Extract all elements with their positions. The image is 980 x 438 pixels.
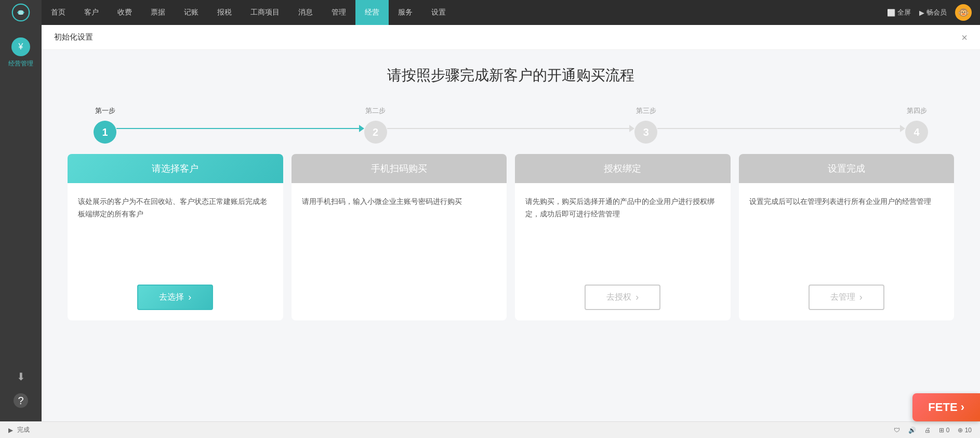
page-title: 初始化设置	[54, 32, 93, 42]
card3-body: 请先购买，购买后选择开通的产品中的企业用户进行授权绑定，成功后即可进行经营管理	[515, 183, 731, 274]
step2-label: 第二步	[365, 106, 386, 115]
sidebar-item-label: 经营管理	[8, 59, 33, 68]
done-label: 完成	[17, 426, 30, 434]
step2-circle: 2	[364, 121, 387, 144]
card2-header: 手机扫码购买	[292, 154, 507, 183]
print-icon[interactable]: 🖨	[924, 427, 931, 434]
nav-right: ⬜ 全屏 ▶ 畅会员 🐵	[887, 4, 980, 21]
card1-body-text: 该处展示的客户为不在回收站、客户状态正常建账后完成老板端绑定的所有客户	[78, 197, 267, 218]
yuan-icon: ¥	[11, 37, 30, 56]
play-icon[interactable]: ▶	[8, 427, 13, 434]
step-card-1: 请选择客户 该处展示的客户为不在回收站、客户状态正常建账后完成老板端绑定的所有客…	[68, 154, 283, 320]
connector-arrow-1	[359, 125, 364, 132]
card4-header: 设置完成	[739, 154, 955, 183]
connector-2	[387, 125, 635, 132]
zoom-icon: ⊕ 10	[958, 427, 972, 434]
nav-item-message[interactable]: 消息	[289, 0, 322, 25]
step-card-2: 手机扫码购买 请用手机扫码，输入小微企业主账号密码进行购买	[292, 154, 507, 320]
status-bar: ▶ 完成 🛡 🔊 🖨 ⊞ 0 ⊕ 10	[0, 421, 980, 438]
step4-label: 第四步	[907, 106, 927, 115]
content-area: 初始化设置 × 请按照步骤完成新客户的开通购买流程 第一步 1	[42, 25, 980, 421]
card1-body: 该处展示的客户为不在回收站、客户状态正常建账后完成老板端绑定的所有客户	[68, 183, 283, 274]
step-card-3: 授权绑定 请先购买，购买后选择开通的产品中的企业用户进行授权绑定，成功后即可进行…	[515, 154, 731, 320]
card3-title: 授权绑定	[604, 162, 641, 175]
card1-footer: 去选择 ›	[68, 274, 283, 320]
connector-line-2	[387, 128, 630, 129]
nav-item-business[interactable]: 工商项目	[241, 0, 289, 25]
nav-item-service[interactable]: 服务	[389, 0, 422, 25]
step-indicator-3: 第三步 3	[634, 106, 657, 144]
step1-label: 第一步	[95, 106, 115, 115]
go-select-label: 去选择	[159, 292, 184, 303]
go-manage-label: 去管理	[830, 292, 855, 303]
connector-arrow-3	[900, 125, 905, 132]
main-content-area: 请按照步骤完成新客户的开通购买流程 第一步 1 第二步 2	[42, 50, 980, 421]
step3-circle: 3	[634, 121, 657, 144]
shield-icon: 🛡	[894, 427, 900, 434]
card3-header: 授权绑定	[515, 154, 731, 183]
sidebar-download[interactable]: ⬇	[0, 365, 42, 388]
step-indicator-4: 第四步 4	[905, 106, 928, 144]
volume-icon[interactable]: 🔊	[908, 427, 916, 434]
card1-header: 请选择客户	[68, 154, 283, 183]
fete-text: FETE ›	[928, 401, 964, 414]
connector-line-3	[657, 128, 900, 129]
nav-item-tax[interactable]: 报税	[208, 0, 241, 25]
card4-footer: 去管理 ›	[739, 274, 955, 320]
fullscreen-button[interactable]: ⬜ 全屏	[887, 8, 911, 17]
sidebar: ¥ 经营管理 ⬇ ?	[0, 25, 42, 421]
nav-items: 首页 客户 收费 票据 记账 报税 工商项目 消息 管理 经营 服务 设置	[42, 0, 887, 25]
step4-circle: 4	[905, 121, 928, 144]
big-title: 请按照步骤完成新客户的开通购买流程	[62, 66, 959, 85]
vip-label: 畅会员	[926, 8, 947, 17]
card2-body-text: 请用手机扫码，输入小微企业主账号密码进行购买	[302, 197, 462, 205]
card3-footer: 去授权 ›	[515, 274, 731, 320]
card4-title: 设置完成	[828, 162, 865, 175]
step-indicator-1: 第一步 1	[94, 106, 116, 144]
sidebar-item-operation-mgmt[interactable]: ¥ 经营管理	[0, 30, 42, 75]
step-card-4: 设置完成 设置完成后可以在管理列表进行所有企业用户的经营管理 去管理 ›	[739, 154, 955, 320]
status-bar-right: 🛡 🔊 🖨 ⊞ 0 ⊕ 10	[894, 427, 972, 434]
nav-logo	[0, 0, 42, 25]
card4-body-text: 设置完成后可以在管理列表进行所有企业用户的经营管理	[749, 197, 931, 205]
fete-banner[interactable]: FETE ›	[912, 393, 980, 421]
nav-item-accounting[interactable]: 记账	[175, 0, 208, 25]
sidebar-bottom: ⬇ ?	[0, 365, 42, 421]
avatar[interactable]: 🐵	[955, 4, 972, 21]
close-button[interactable]: ×	[961, 31, 968, 43]
nav-item-fee[interactable]: 收费	[108, 0, 141, 25]
card4-body: 设置完成后可以在管理列表进行所有企业用户的经营管理	[739, 183, 955, 274]
sidebar-support[interactable]: ?	[0, 388, 42, 413]
nav-item-home[interactable]: 首页	[42, 0, 75, 25]
nav-item-customer[interactable]: 客户	[75, 0, 108, 25]
go-select-button[interactable]: 去选择 ›	[137, 285, 213, 310]
download-icon: ⬇	[17, 370, 25, 383]
steps-indicators: 第一步 1 第二步 2	[62, 106, 959, 144]
vip-button[interactable]: ▶ 畅会员	[919, 8, 947, 17]
go-authorize-button[interactable]: 去授权 ›	[585, 285, 660, 310]
go-manage-button[interactable]: 去管理 ›	[809, 285, 884, 310]
step3-label: 第三步	[636, 106, 656, 115]
main-layout: ¥ 经营管理 ⬇ ? 初始化设置 × 请按照步骤完成新客户的开通购买流程	[0, 25, 980, 421]
step1-circle: 1	[94, 121, 116, 144]
step-indicator-2: 第二步 2	[364, 106, 387, 144]
video-icon: ▶	[919, 9, 924, 17]
go-authorize-arrow: ›	[635, 292, 639, 303]
nav-item-settings[interactable]: 设置	[422, 0, 455, 25]
card1-title: 请选择客户	[152, 162, 198, 175]
connector-arrow-2	[629, 125, 634, 132]
connector-3	[657, 125, 905, 132]
nav-item-manage[interactable]: 管理	[322, 0, 355, 25]
go-select-arrow: ›	[188, 292, 191, 303]
grid-icon: ⊞ 0	[939, 427, 949, 434]
nav-item-operation[interactable]: 经营	[355, 0, 389, 25]
nav-item-invoice[interactable]: 票据	[141, 0, 175, 25]
card3-body-text: 请先购买，购买后选择开通的产品中的企业用户进行授权绑定，成功后即可进行经营管理	[525, 197, 714, 218]
connector-1	[116, 125, 364, 132]
card2-title: 手机扫码购买	[371, 162, 427, 175]
card2-body: 请用手机扫码，输入小微企业主账号密码进行购买	[292, 183, 507, 300]
top-nav: 首页 客户 收费 票据 记账 报税 工商项目 消息 管理 经营 服务 设置 ⬜ …	[0, 0, 980, 25]
connector-line-1	[116, 128, 359, 129]
card2-footer	[292, 300, 507, 320]
go-manage-arrow: ›	[859, 292, 863, 303]
